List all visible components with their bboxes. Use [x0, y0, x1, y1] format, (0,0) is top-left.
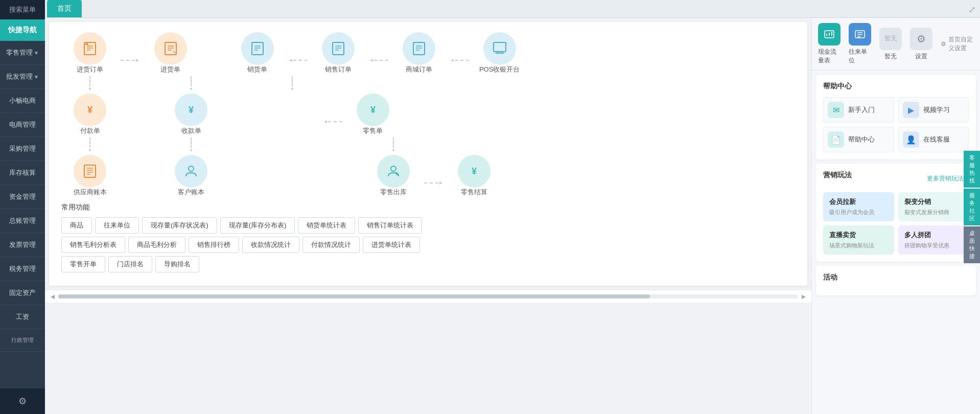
help-item-help[interactable]: 📄 帮助中心 [823, 127, 894, 152]
sidebar-item-ledger[interactable]: 总账管理 [0, 209, 45, 233]
flow-node-purchase-bill[interactable]: 进货单 [140, 32, 201, 74]
retail-settle-icon: ¥ [458, 155, 491, 188]
tab-home[interactable]: 首页 [47, 0, 82, 17]
flow-node-retail-warehouse[interactable]: 零售出库 [363, 155, 424, 197]
shortcuts-bar: 现金流量表 往来单位 暂无 暂无 ⚙ 设置 ⚙ [812, 18, 980, 71]
sales-bill-label: 销货单 [247, 65, 267, 74]
activity-section: 活动 [816, 266, 976, 295]
service-icon: 👤 [903, 131, 919, 148]
scroll-left-btn[interactable]: ◄ [49, 292, 56, 301]
help-icon: 📄 [828, 131, 844, 148]
video-label: 视频学习 [923, 105, 950, 114]
func-btn-goods[interactable]: 商品 [61, 217, 92, 234]
flow-node-mall-order[interactable]: 商城订单 [388, 32, 450, 74]
func-btn-sales-profit[interactable]: 销售毛利分析表 [61, 237, 125, 253]
sales-order-label: 销售订单 [325, 65, 352, 74]
settings-shortcut-icon: ⚙ [910, 28, 932, 50]
scroll-right-btn[interactable]: ► [800, 292, 807, 301]
shortcut-none[interactable]: 暂无 暂无 [879, 28, 902, 61]
flow-node-payment[interactable]: ¥ 付款单 [59, 94, 121, 135]
sidebar-search[interactable]: 搜索菜单 [0, 0, 45, 19]
flow-node-sales-order[interactable]: 销售订单 [308, 32, 369, 74]
shortcut-settings-label: 设置 [915, 52, 927, 61]
svg-rect-20 [494, 42, 506, 52]
func-btn-sales-rank[interactable]: 销售排行榜 [189, 237, 239, 253]
func-btn-guide-rank[interactable]: 导购排名 [155, 256, 199, 272]
beginner-icon: ✉ [828, 102, 844, 118]
func-btn-sales-stat[interactable]: 销货单统计表 [298, 217, 355, 234]
sidebar-item-assets[interactable]: 固定资产 [0, 281, 45, 305]
customer-account-icon [175, 155, 207, 188]
retail-warehouse-label: 零售出库 [380, 188, 407, 197]
func-btn-retail-open[interactable]: 零售开单 [61, 256, 105, 272]
homepage-customize-settings[interactable]: ⚙ 首页自定义设置 [941, 35, 974, 53]
marketing-section: 营销玩法 更多营销玩法 > 会员拉新 吸引用户成为会员 裂变分销 裂变式发展分销… [816, 164, 976, 262]
flow-node-retail-order[interactable]: ¥ 零售单 [342, 94, 404, 135]
chevron-down-icon: ▼ [34, 50, 39, 56]
sidebar-item-admin[interactable]: 行政管理 [0, 329, 45, 352]
horizontal-scrollbar[interactable]: ◄ ► [45, 290, 811, 303]
group-title: 多人拼团 [904, 231, 963, 240]
purchase-order-label: 进货订单 [77, 65, 103, 74]
func-btn-stock1[interactable]: 现存量(库存状况表) [142, 217, 217, 234]
marketing-more-link[interactable]: 更多营销玩法 > [927, 174, 969, 183]
float-btn-service[interactable]: 客服热线 [964, 151, 980, 188]
marketing-card-live[interactable]: 直播卖货 场景式购物新玩法 [823, 225, 894, 255]
expand-icon[interactable]: ⤢ [964, 2, 980, 17]
float-btn-desktop[interactable]: 桌面快捷 [964, 226, 980, 263]
common-func-section: 常用功能 商品 往来单位 现存量(库存状况表) 现存量(库存分布表) 销货单统计… [59, 203, 797, 272]
supplier-account-label: 供应商账本 [74, 188, 107, 197]
flow-node-pos[interactable]: POS收银开台 [469, 32, 530, 74]
payment-label: 付款单 [80, 126, 100, 135]
func-btn-goods-profit[interactable]: 商品毛利分析 [128, 237, 185, 253]
func-btn-purchase-stat[interactable]: 进货单统计表 [363, 237, 420, 253]
flow-node-purchase-order[interactable]: 进货订单 [59, 32, 121, 74]
group-desc: 拼团购物享受优惠 [904, 242, 963, 249]
sidebar-item-wholesale[interactable]: 批发管理 ▼ [0, 65, 45, 89]
func-btn-contacts[interactable]: 往来单位 [95, 217, 139, 234]
svg-point-29 [391, 166, 396, 171]
sidebar-item-ecommerce[interactable]: 小畅电商 [0, 89, 45, 113]
flow-node-customer-account[interactable]: 客户账本 [160, 155, 222, 197]
sidebar-item-inventory[interactable]: 库存核算 [0, 161, 45, 185]
help-item-service[interactable]: 👤 在线客服 [898, 127, 969, 152]
flow-node-sales-bill[interactable]: 销货单 [227, 32, 288, 74]
marketing-card-member[interactable]: 会员拉新 吸引用户成为会员 [823, 192, 894, 221]
func-btn-sales-order-stat[interactable]: 销售订单统计表 [358, 217, 422, 234]
receipt-label: 收款单 [181, 126, 201, 135]
sidebar-item-salary[interactable]: 工资 [0, 305, 45, 329]
service-label: 在线客服 [923, 135, 950, 144]
svg-rect-23 [84, 165, 96, 177]
help-center-section: 帮助中心 ✉ 新手入门 ▶ 视频学习 📄 帮助中心 👤 [816, 75, 976, 159]
live-desc: 场景式购物新玩法 [829, 242, 888, 249]
sidebar-item-finance[interactable]: 资金管理 [0, 185, 45, 209]
help-item-video[interactable]: ▶ 视频学习 [898, 97, 969, 123]
marketing-card-group[interactable]: 多人拼团 拼团购物享受优惠 [898, 225, 969, 255]
flow-node-supplier-account[interactable]: 供应商账本 [59, 155, 121, 197]
shortcut-cashflow[interactable]: 现金流量表 [818, 23, 841, 65]
right-panel: 现金流量表 往来单位 暂无 暂无 ⚙ 设置 ⚙ [811, 18, 980, 414]
sidebar-item-retail[interactable]: 零售管理 ▼ [0, 41, 45, 65]
sidebar-item-invoice[interactable]: 发票管理 [0, 233, 45, 257]
sidebar-settings-icon[interactable]: ⚙ [0, 388, 45, 414]
flow-node-retail-settle[interactable]: ¥ 零售结算 [444, 155, 505, 197]
shortcut-settings[interactable]: ⚙ 设置 [910, 28, 932, 61]
func-btn-store-rank[interactable]: 门店排名 [108, 256, 152, 272]
func-btn-stock2[interactable]: 现存量(库存分布表) [220, 217, 295, 234]
func-btn-payment-stat[interactable]: 付款情况统计 [302, 237, 360, 253]
sidebar-item-ecom-mgmt[interactable]: 电商管理 [0, 113, 45, 137]
flow-node-receipt[interactable]: ¥ 收款单 [160, 94, 222, 135]
svg-point-28 [189, 166, 194, 171]
sidebar-item-tax[interactable]: 税务管理 [0, 257, 45, 281]
float-btn-community[interactable]: 服务社区 [964, 189, 980, 225]
marketing-card-fission[interactable]: 裂变分销 裂变式发展分销商 [898, 192, 969, 221]
func-btn-receipt-stat[interactable]: 收款情况统计 [242, 237, 299, 253]
scroll-thumb [58, 294, 650, 298]
shortcut-contacts[interactable]: 往来单位 [849, 23, 871, 65]
help-item-beginner[interactable]: ✉ 新手入门 [823, 97, 894, 123]
payment-icon: ¥ [74, 94, 106, 126]
supplier-account-icon [74, 155, 106, 188]
sidebar-item-purchase[interactable]: 采购管理 [0, 137, 45, 161]
svg-rect-16 [413, 42, 425, 55]
help-center-title: 帮助中心 [823, 82, 969, 91]
